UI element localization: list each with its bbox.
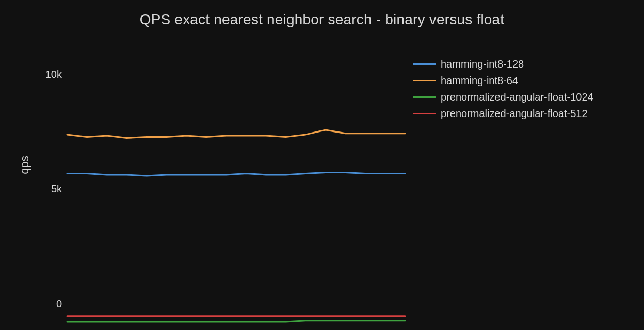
y-tick-label: 0 <box>31 298 62 310</box>
legend-item[interactable]: hamming-int8-64 <box>413 72 593 89</box>
legend-label: hamming-int8-128 <box>441 56 524 72</box>
chart-container: QPS exact nearest neighbor search - bina… <box>0 0 644 330</box>
y-tick-label: 5k <box>31 183 62 195</box>
legend-item[interactable]: hamming-int8-128 <box>413 56 593 72</box>
series-line <box>67 172 405 176</box>
legend-swatch <box>413 113 436 114</box>
series-line <box>67 321 405 322</box>
chart-title: QPS exact nearest neighbor search - bina… <box>0 0 644 28</box>
legend-swatch <box>413 80 436 81</box>
legend-item[interactable]: prenormalized-angular-float-512 <box>413 105 593 122</box>
series-line <box>67 130 405 138</box>
y-axis-label: qps <box>18 156 31 174</box>
legend-item[interactable]: prenormalized-angular-float-1024 <box>413 89 593 105</box>
legend-swatch <box>413 96 436 98</box>
legend-label: prenormalized-angular-float-1024 <box>441 89 593 105</box>
legend-label: prenormalized-angular-float-512 <box>441 105 588 122</box>
legend-swatch <box>413 63 436 65</box>
legend: hamming-int8-128hamming-int8-64prenormal… <box>413 56 593 122</box>
legend-label: hamming-int8-64 <box>441 72 518 89</box>
y-tick-label: 10k <box>31 69 62 80</box>
